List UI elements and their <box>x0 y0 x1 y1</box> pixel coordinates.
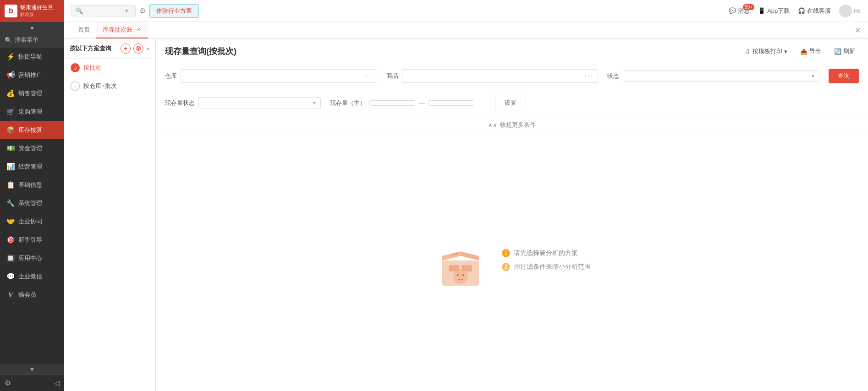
sidebar-item-vip[interactable]: V 畅会员 <box>0 286 64 304</box>
topbar: 🔍 ▾ ⚙ 体验行业方案 💬 消息 99+ 📱 App下载 🎧 在线客服 <box>64 0 868 22</box>
empty-state-icon <box>433 235 488 290</box>
newbie-icon: 🎯 <box>6 236 15 244</box>
status-chevron-icon: ▾ <box>812 73 814 79</box>
avatar-img <box>839 5 852 17</box>
status-select[interactable]: ▾ <box>623 70 819 82</box>
sales-icon: 💰 <box>6 89 15 98</box>
collapse-up-icon: ∧∧ <box>488 122 497 129</box>
filter-settings-button[interactable]: ⚙ <box>133 43 143 54</box>
empty-step-2: 2 用过滤条件来缩小分析范围 <box>502 263 591 271</box>
sidebar-item-label: 基础信息 <box>18 181 42 189</box>
sidebar-search[interactable]: 🔍 搜索菜单 <box>0 32 64 48</box>
export-label: 导出 <box>809 47 821 55</box>
collapse-more-label: 收起更多条件 <box>500 121 536 129</box>
sidebar: b 畅康通好生意 标准版 ▲ 🔍 搜索菜单 ⚡ 快捷导航 📢 营销推广 💰 销售… <box>0 0 64 391</box>
svg-point-5 <box>453 269 468 284</box>
apps-icon: 🔲 <box>6 254 15 262</box>
settings-button[interactable]: 设置 <box>495 96 526 110</box>
wechat-icon: 💬 <box>6 272 15 281</box>
step1-badge: 1 <box>502 249 510 257</box>
tab-home[interactable]: 首页 <box>71 22 96 38</box>
sidebar-item-label: 新手引导 <box>18 236 42 244</box>
print-icon: 🖨 <box>745 48 751 55</box>
warehouse-label: 仓库 <box>165 72 177 80</box>
sidebar-item-quick-nav[interactable]: ⚡ 快捷导航 <box>0 48 64 66</box>
tab-close-icon[interactable]: ✕ <box>135 27 142 33</box>
user-name: Rit <box>854 8 861 14</box>
topbar-search-icon: 🔍 <box>76 7 83 14</box>
app-logo: b <box>5 5 17 17</box>
sidebar-item-label: 企业协同 <box>18 217 42 226</box>
inv-status-chevron-icon: ▾ <box>313 100 316 106</box>
sidebar-item-apps[interactable]: 🔲 应用中心 <box>0 249 64 267</box>
app-download-button[interactable]: 📱 App下载 <box>758 7 790 15</box>
refresh-label: 刷新 <box>843 47 855 55</box>
finance-icon: 💵 <box>6 144 15 152</box>
online-service-label: 在线客服 <box>807 7 831 15</box>
query-button[interactable]: 查询 <box>829 69 859 83</box>
sidebar-item-label: 快捷导航 <box>18 53 42 61</box>
content: 按以下方案查询 + ⚙ « ⊙ 按批次 ○ 按仓库+批次 <box>64 39 868 391</box>
sidebar-search-label: 搜索菜单 <box>15 36 38 44</box>
footer-settings-icon[interactable]: ⚙ <box>5 379 11 387</box>
footer-collapse-icon[interactable]: ◁ <box>54 379 60 387</box>
filter-panel-actions: + ⚙ « <box>121 43 150 54</box>
sidebar-nav: ⚡ 快捷导航 📢 营销推广 💰 销售管理 🛒 采购管理 📦 库存核算 💵 资金管… <box>0 48 64 364</box>
sidebar-item-marketing[interactable]: 📢 营销推广 <box>0 66 64 84</box>
sidebar-item-inventory[interactable]: 📦 库存核算 <box>0 121 64 139</box>
tab-batch-account[interactable]: 库存批次账 ✕ <box>96 22 148 38</box>
filter-add-button[interactable]: + <box>121 43 131 54</box>
sidebar-item-label: 营销推广 <box>18 71 42 79</box>
filter-item-by-warehouse-batch[interactable]: ○ 按仓库+批次 <box>64 77 155 95</box>
sidebar-scroll-up[interactable]: ▲ <box>0 22 64 32</box>
collapse-more-button[interactable]: ∧∧ 收起更多条件 <box>156 116 868 134</box>
filter-panel-header: 按以下方案查询 + ⚙ « <box>64 39 155 59</box>
topbar-search-box[interactable]: 🔍 ▾ <box>71 5 136 16</box>
sidebar-item-enterprise[interactable]: 🤝 企业协同 <box>0 212 64 231</box>
topbar-search-input[interactable] <box>86 8 122 14</box>
messages-button[interactable]: 💬 消息 99+ <box>729 7 750 15</box>
inventory-qty-from[interactable] <box>369 100 415 106</box>
sidebar-scroll-down[interactable]: ▼ <box>0 364 64 375</box>
step2-text: 用过滤条件来缩小分析范围 <box>514 263 591 271</box>
filter-item-icon-wh-batch: ○ <box>71 81 80 91</box>
inventory-status-select[interactable]: ▾ <box>198 97 321 109</box>
sidebar-item-purchase[interactable]: 🛒 采购管理 <box>0 103 64 121</box>
refresh-button[interactable]: 🔄 刷新 <box>830 45 859 57</box>
empty-step-1: 1 请先选择要分析的方案 <box>502 249 591 257</box>
topbar-dropdown-icon: ▾ <box>125 7 128 14</box>
sidebar-item-newbie[interactable]: 🎯 新手引导 <box>0 231 64 249</box>
sidebar-item-operations[interactable]: 📊 经营管理 <box>0 157 64 176</box>
status-label: 状态 <box>607 72 619 80</box>
svg-point-7 <box>462 274 464 276</box>
sidebar-item-wechat[interactable]: 💬 企业微信 <box>0 267 64 286</box>
inventory-icon: 📦 <box>6 126 15 134</box>
experience-button[interactable]: 体验行业方案 <box>149 4 199 18</box>
enterprise-icon: 🤝 <box>6 217 15 226</box>
filter-collapse-button[interactable]: « <box>146 45 150 52</box>
filter-item-label: 按批次 <box>83 64 101 72</box>
export-button[interactable]: 📤 导出 <box>797 45 825 57</box>
sidebar-item-system[interactable]: 🔧 系统管理 <box>0 194 64 212</box>
inventory-qty-to[interactable] <box>429 100 474 106</box>
phone-icon: 📱 <box>758 7 765 14</box>
sidebar-header: b 畅康通好生意 标准版 <box>0 0 64 22</box>
goods-input[interactable]: ··· <box>402 69 599 83</box>
inventory-qty-label: 现存量（主） <box>330 99 366 107</box>
user-avatar[interactable]: Rit <box>839 5 861 17</box>
warehouse-dots: ··· <box>363 72 372 80</box>
export-icon: 📤 <box>800 48 808 55</box>
qty-dash: — <box>419 100 425 107</box>
online-service-button[interactable]: 🎧 在线客服 <box>798 7 831 15</box>
warehouse-input[interactable]: ··· <box>181 69 377 83</box>
sidebar-item-label: 资金管理 <box>18 144 42 152</box>
svg-marker-2 <box>461 251 479 261</box>
filter-row-1: 仓库 ··· 商品 ··· 状态 <box>156 62 868 90</box>
print-template-button[interactable]: 🖨 按模板打印 ▾ <box>741 45 791 57</box>
sidebar-item-finance[interactable]: 💵 资金管理 <box>0 139 64 157</box>
sidebar-item-sales[interactable]: 💰 销售管理 <box>0 84 64 103</box>
panel-close-button[interactable]: ✕ <box>855 26 861 35</box>
sidebar-item-basic[interactable]: 📋 基础信息 <box>0 176 64 194</box>
topbar-settings-icon[interactable]: ⚙ <box>139 6 146 15</box>
filter-item-by-batch[interactable]: ⊙ 按批次 <box>64 59 155 77</box>
